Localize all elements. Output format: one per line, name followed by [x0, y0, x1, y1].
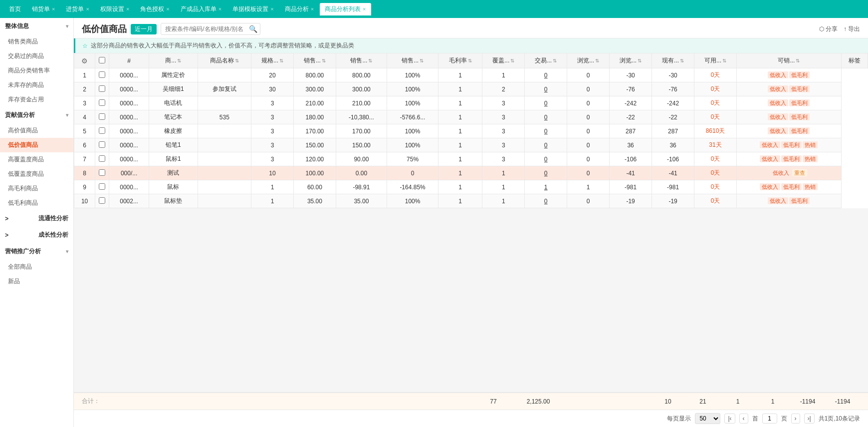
row-cell-checkbox[interactable] — [95, 152, 109, 166]
row-cell-gross: 100% — [387, 68, 438, 82]
sort-icon[interactable]: ⇅ — [279, 58, 283, 63]
row-cell-checkbox[interactable] — [95, 166, 109, 180]
sidebar-item-low-value[interactable]: 低价值商品 — [0, 138, 73, 152]
close-icon[interactable]: × — [363, 6, 366, 12]
sort-icon[interactable]: ⇅ — [322, 58, 326, 63]
close-icon[interactable]: × — [126, 6, 129, 12]
sidebar-item-sales-products[interactable]: 销售类商品 — [0, 34, 73, 49]
close-icon[interactable]: × — [86, 6, 89, 12]
row-cell-checkbox[interactable] — [95, 82, 109, 96]
sidebar-item-traded-products[interactable]: 交易过的商品 — [0, 49, 73, 63]
sort-icon[interactable]: ⇅ — [796, 58, 800, 63]
sort-icon[interactable]: ⇅ — [177, 58, 181, 63]
sort-icon[interactable]: ⇅ — [368, 58, 372, 63]
row-cell-checkbox[interactable] — [95, 194, 109, 208]
row-cell-checkbox[interactable] — [95, 96, 109, 110]
sidebar-item-all-products[interactable]: 全部商品 — [0, 260, 73, 274]
sidebar-group-marketing[interactable]: 营销推广分析 ▾ — [0, 243, 73, 260]
row-checkbox[interactable] — [99, 99, 105, 106]
sidebar-item-high-margin[interactable]: 高毛利商品 — [0, 181, 73, 196]
page-size-select[interactable]: 50 100 200 — [695, 413, 720, 424]
sort-icon[interactable]: ⇅ — [638, 58, 642, 63]
row-cell-browse1[interactable]: 0 — [525, 166, 567, 180]
row-cell-browse1[interactable]: 0 — [525, 110, 567, 124]
sidebar-item-high-coverage[interactable]: 高覆盖度商品 — [0, 152, 73, 167]
row-cell-saleable: 0天 — [694, 68, 737, 82]
row-checkbox[interactable] — [99, 169, 105, 176]
close-icon[interactable]: × — [270, 6, 273, 12]
sidebar-item-low-margin[interactable]: 低毛利商品 — [0, 196, 73, 210]
settings-button[interactable]: ⚙ — [81, 57, 88, 65]
sidebar-group-growth[interactable]: > 成长性分析 — [0, 227, 73, 243]
page-number-input[interactable] — [762, 414, 777, 424]
row-cell-browse1[interactable]: 0 — [525, 96, 567, 110]
nav-roles[interactable]: 角色授权 × — [135, 3, 174, 15]
row-checkbox[interactable] — [99, 141, 105, 148]
row-cell-browse1[interactable]: 0 — [525, 68, 567, 82]
nav-product-analysis[interactable]: 商品分析 × — [280, 3, 319, 15]
row-cell-checkbox[interactable] — [95, 138, 109, 152]
close-icon[interactable]: × — [52, 6, 55, 12]
share-button[interactable]: ⬡ 分享 — [819, 25, 838, 33]
nav-product-analysis-list[interactable]: 商品分析列表 × — [320, 3, 371, 15]
sidebar-item-category-rate[interactable]: 商品分类销售率 — [0, 63, 73, 78]
row-cell-browse1[interactable]: 0 — [525, 138, 567, 152]
nav-home[interactable]: 首页 — [4, 3, 26, 15]
nav-products-in[interactable]: 产成品入库单 × — [176, 3, 226, 15]
sort-icon[interactable]: ⇅ — [722, 58, 726, 63]
sort-icon[interactable]: ⇅ — [680, 58, 684, 63]
sidebar-item-low-coverage[interactable]: 低覆盖度商品 — [0, 167, 73, 181]
prev-page-button[interactable]: ‹ — [739, 414, 748, 424]
row-cell-code: 0000... — [109, 82, 149, 96]
col-settings[interactable]: ⚙ — [74, 53, 95, 68]
export-button[interactable]: ↑ 导出 — [844, 25, 860, 33]
row-cell-browse1[interactable]: 0 — [525, 194, 567, 208]
sidebar-item-capital[interactable]: 库存资金占用 — [0, 92, 73, 107]
close-icon[interactable]: × — [218, 6, 221, 12]
table-row: 3 0000... 电话机 3 210.00 210.00 100% 1 3 0… — [74, 96, 868, 110]
table-row: 1 0000... 属性定价 20 800.00 800.00 100% 1 1… — [74, 68, 868, 82]
row-cell-browse1[interactable]: 0 — [525, 152, 567, 166]
nav-sales[interactable]: 销货单 × — [27, 3, 60, 15]
row-checkbox[interactable] — [99, 113, 105, 120]
sidebar-item-no-stock[interactable]: 未库存的商品 — [0, 78, 73, 92]
nav-template[interactable]: 单据模板设置 × — [227, 3, 278, 15]
row-cell-coverage: 1 — [438, 180, 482, 194]
next-page-button[interactable]: › — [791, 414, 800, 424]
row-cell-checkbox[interactable] — [95, 180, 109, 194]
sort-icon[interactable]: ⇅ — [553, 58, 557, 63]
sidebar-group-contribution[interactable]: 贡献值分析 ▾ — [0, 107, 73, 123]
row-checkbox[interactable] — [99, 183, 105, 190]
row-cell-checkbox[interactable] — [95, 124, 109, 138]
search-input[interactable] — [161, 23, 260, 35]
row-checkbox[interactable] — [99, 127, 105, 134]
sidebar-group-liquidity[interactable]: > 流通性分析 — [0, 210, 73, 227]
nav-purchase[interactable]: 进货单 × — [61, 3, 94, 15]
row-cell-browse1[interactable]: 0 — [525, 82, 567, 96]
first-page-button[interactable]: |‹ — [724, 414, 735, 424]
sidebar-group-overall[interactable]: 整体信息 ▾ — [0, 18, 73, 34]
select-all-checkbox[interactable] — [99, 57, 105, 63]
nav-permissions[interactable]: 权限设置 × — [95, 3, 134, 15]
last-page-button[interactable]: ›| — [804, 414, 815, 424]
row-checkbox[interactable] — [99, 85, 105, 92]
table-container[interactable]: ⚙ # 商...⇅ 商品名称⇅ 规格...⇅ 销售...⇅ 销售...⇅ 销售.… — [74, 53, 868, 392]
row-cell-browse1[interactable]: 1 — [525, 180, 567, 194]
sort-icon[interactable]: ⇅ — [420, 58, 424, 63]
filter-tag-button[interactable]: 近一月 — [131, 24, 157, 34]
row-cell-browse1[interactable]: 0 — [525, 124, 567, 138]
close-icon[interactable]: × — [166, 6, 169, 12]
row-checkbox[interactable] — [99, 197, 105, 204]
row-checkbox[interactable] — [99, 71, 105, 78]
sidebar-item-new-products[interactable]: 新品 — [0, 274, 73, 289]
sort-icon[interactable]: ⇅ — [595, 58, 599, 63]
sort-icon[interactable]: ⇅ — [510, 58, 514, 63]
sort-icon[interactable]: ⇅ — [468, 58, 472, 63]
row-cell-checkbox[interactable] — [95, 68, 109, 82]
row-cell-name: 鼠标 — [149, 180, 198, 194]
row-cell-checkbox[interactable] — [95, 110, 109, 124]
close-icon[interactable]: × — [311, 6, 314, 12]
sort-icon[interactable]: ⇅ — [235, 58, 239, 63]
row-checkbox[interactable] — [99, 155, 105, 162]
sidebar-item-high-value[interactable]: 高价值商品 — [0, 123, 73, 138]
